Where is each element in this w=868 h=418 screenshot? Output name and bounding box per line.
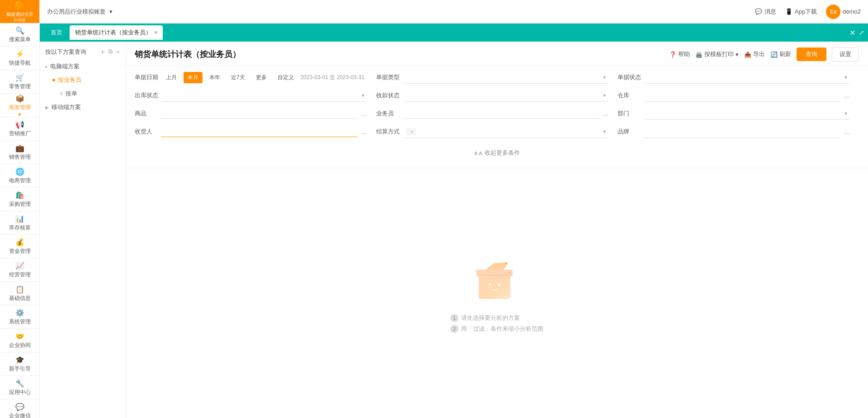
panel-header: 按以下方案查询 + ⚙ « bbox=[40, 46, 125, 60]
tab-close-button[interactable]: × bbox=[154, 29, 157, 36]
goods-dots[interactable]: ... bbox=[361, 109, 367, 118]
docstatus-select[interactable]: ▾ bbox=[645, 71, 850, 84]
search-icon: 🔍 bbox=[15, 26, 24, 35]
empty-svg: ✦ ✦ ✦ bbox=[470, 254, 524, 308]
brand-select[interactable] bbox=[644, 125, 840, 138]
corp-icon: 🤝 bbox=[15, 332, 24, 341]
wechat-icon: 💬 bbox=[15, 403, 24, 411]
outstatus-select[interactable]: ▾ bbox=[162, 89, 367, 102]
dept-select[interactable]: ▾ bbox=[644, 107, 850, 120]
sidebar-item-purchase[interactable]: 🛍️ 采购管理 bbox=[0, 188, 39, 211]
sidebar-label-search: 搜索菜单 bbox=[9, 36, 31, 43]
tab-active[interactable]: 销货单统计计表（按业务员） × bbox=[70, 25, 163, 40]
doctype-select[interactable]: ▾ bbox=[403, 71, 609, 84]
workspace-selector[interactable]: 办公用品行业模拟账套 ▾ bbox=[47, 8, 113, 16]
sidebar-item-corp[interactable]: 🤝 企业协同 bbox=[0, 329, 39, 352]
system-icon: ⚙️ bbox=[15, 309, 24, 317]
date-btn-more[interactable]: 更多 bbox=[252, 72, 271, 83]
guide-icon: 🎓 bbox=[15, 356, 24, 364]
svg-point-6 bbox=[498, 283, 500, 286]
sales-icon: 💼 bbox=[15, 144, 24, 152]
sidebar-label-retail: 零售管理 bbox=[9, 83, 31, 90]
byorder-icon: ≡ bbox=[60, 90, 63, 97]
svg-text:✦: ✦ bbox=[508, 271, 511, 275]
avatar-text: Ea bbox=[830, 9, 837, 15]
tree-item-byorder[interactable]: ≡ 按单 bbox=[40, 87, 125, 100]
doctype-label: 单据类型 bbox=[376, 73, 400, 81]
sidebar-item-ecom[interactable]: 🌐 电商管理 bbox=[0, 164, 39, 188]
salesperson-dots[interactable]: ... bbox=[603, 109, 609, 118]
sidebar-label-quick: 快捷导航 bbox=[9, 60, 31, 67]
tip-text-2: 用「过滤」条件来缩小分析范围 bbox=[461, 325, 543, 333]
sidebar-item-apps[interactable]: 🔧 应用中心 bbox=[0, 376, 39, 399]
sidebar-item-sales[interactable]: 💼 销售管理 bbox=[0, 141, 39, 164]
date-btn-custom[interactable]: 自定义 bbox=[274, 72, 298, 83]
close-window-icon[interactable]: ✕ bbox=[849, 28, 855, 37]
right-content: 销货单统计计表（按业务员） ❓ 帮助 🖨️ 按模板打印 ▾ 📤 导出 bbox=[126, 42, 868, 418]
collapse-up-icon: ∧∧ bbox=[474, 150, 483, 157]
settings-scheme-button[interactable]: ⚙ bbox=[108, 48, 113, 56]
sidebar-item-basic[interactable]: 📋 基础信息 bbox=[0, 282, 39, 305]
collapse-button[interactable]: ∧∧ 收起更多条件 bbox=[468, 147, 525, 159]
date-btn-7days[interactable]: 近7天 bbox=[227, 72, 249, 83]
sidebar-item-wechat[interactable]: 💬 企业微信 bbox=[0, 399, 39, 418]
sidebar-item-search[interactable]: 🔍 搜索菜单 bbox=[0, 23, 39, 47]
marketing-icon: 📢 bbox=[15, 120, 24, 129]
receiptstatus-select[interactable]: ▾ bbox=[403, 89, 609, 102]
empty-illustration: ✦ ✦ ✦ bbox=[470, 254, 524, 309]
tree-arrow-mobile: ▶ bbox=[45, 105, 49, 110]
goods-label: 商品 bbox=[135, 109, 157, 118]
receiptstatus-label: 收款状态 bbox=[376, 91, 400, 100]
warehouse-dots[interactable]: ... bbox=[844, 91, 850, 100]
print-button[interactable]: 🖨️ 按模板打印 ▾ bbox=[695, 50, 739, 58]
sidebar-item-guide[interactable]: 🎓 新手引导 bbox=[0, 352, 39, 376]
tree-item-desktop[interactable]: ▾ 电脑端方案 bbox=[40, 60, 125, 73]
export-button[interactable]: 📤 导出 bbox=[744, 50, 765, 58]
settlement-select[interactable]: × ▾ bbox=[403, 125, 609, 138]
tab-home[interactable]: 首页 bbox=[43, 25, 70, 40]
date-range-display: 2023-03-01 至 2023-03-31 bbox=[301, 74, 364, 81]
warehouse-select[interactable] bbox=[644, 89, 840, 102]
goods-input[interactable] bbox=[161, 108, 358, 119]
app-download-action[interactable]: 📱 App下载 bbox=[785, 8, 817, 16]
consignee-dots[interactable]: ... bbox=[361, 128, 367, 136]
sidebar-item-inventory[interactable]: 📊 库存核算 bbox=[0, 211, 39, 235]
settlement-tag: × bbox=[406, 128, 416, 135]
brand-label: 品牌 bbox=[618, 128, 640, 136]
sidebar-item-wholesale[interactable]: 📦 批发管理 ▲ bbox=[0, 94, 39, 117]
settings-button[interactable]: 设置 bbox=[832, 47, 859, 62]
sidebar-item-operation[interactable]: 📈 经营管理 bbox=[0, 258, 39, 282]
user-action[interactable]: Ea demo2 bbox=[826, 5, 861, 19]
settlement-tag-close[interactable]: × bbox=[410, 129, 413, 134]
sidebar-item-marketing[interactable]: 📢 营销推广 bbox=[0, 117, 39, 141]
sidebar-label-finance: 资金管理 bbox=[9, 248, 31, 255]
filter-row-4: 收货人 ... 结算方式 × ▾ bbox=[135, 125, 859, 138]
filter-cell-outstatus: 出库状态 ▾ bbox=[135, 89, 376, 102]
collapse-panel-button[interactable]: « bbox=[116, 48, 120, 56]
sidebar-item-finance[interactable]: 💰 资金管理 bbox=[0, 235, 39, 258]
refresh-icon: 🔄 bbox=[770, 51, 778, 58]
panel-header-icons: + ⚙ « bbox=[101, 48, 120, 56]
help-button[interactable]: ❓ 帮助 bbox=[669, 50, 690, 58]
add-scheme-button[interactable]: + bbox=[101, 48, 105, 56]
date-btn-lastmonth[interactable]: 上月 bbox=[162, 72, 181, 83]
sidebar-item-retail[interactable]: 🛒 零售管理 bbox=[0, 70, 39, 94]
query-button[interactable]: 查询 bbox=[797, 48, 826, 61]
filter-cell-warehouse: 仓库 ... bbox=[618, 89, 859, 102]
date-btn-thisyear[interactable]: 本年 bbox=[205, 72, 224, 83]
main-area: 办公用品行业模拟账套 ▾ 💬 消息 📱 App下载 Ea demo2 首页 bbox=[40, 0, 868, 418]
header-actions: 💬 消息 📱 App下载 Ea demo2 bbox=[755, 5, 861, 19]
date-btn-thismonth[interactable]: 本月 bbox=[184, 72, 203, 83]
maximize-window-icon[interactable]: ⤢ bbox=[859, 29, 864, 36]
message-action[interactable]: 💬 消息 bbox=[755, 8, 776, 16]
sidebar-item-quick[interactable]: ⚡ 快捷导航 bbox=[0, 47, 39, 70]
sidebar-item-system[interactable]: ⚙️ 系统管理 bbox=[0, 305, 39, 329]
salesperson-input[interactable] bbox=[402, 108, 599, 119]
warehouse-label: 仓库 bbox=[618, 91, 640, 100]
tree-item-mobile[interactable]: ▶ 移动端方案 bbox=[40, 100, 125, 114]
brand-dots[interactable]: ... bbox=[844, 128, 850, 136]
refresh-button[interactable]: 🔄 刷新 bbox=[770, 50, 791, 58]
tree-item-salesperson[interactable]: 按业务员 bbox=[40, 73, 125, 87]
sidebar-label-wechat: 企业微信 bbox=[9, 413, 31, 418]
consignee-input[interactable] bbox=[161, 126, 358, 137]
